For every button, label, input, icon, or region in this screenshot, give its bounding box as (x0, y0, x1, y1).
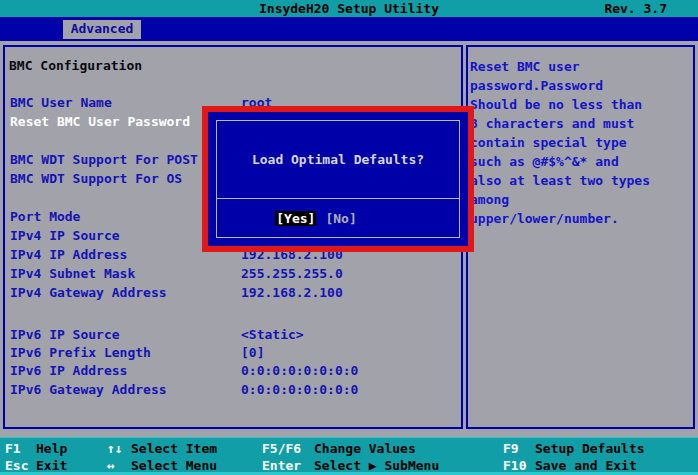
setting-label: IPv6 Prefix Length (10, 345, 151, 360)
setting-value: [0] (241, 345, 264, 360)
select-menu-action: Select Menu (131, 458, 217, 473)
yes-button[interactable]: [Yes] (275, 211, 316, 226)
setting-row-ipv6-gateway-address[interactable]: IPv6 Gateway Address 0:0:0:0:0:0:0:0 (9, 382, 459, 398)
tab-advanced[interactable]: Advanced (63, 20, 141, 39)
setting-label: IPv6 Gateway Address (10, 382, 167, 397)
key-f1: F1 (5, 441, 21, 456)
setting-row-ipv4-subnet-mask[interactable]: IPv4 Subnet Mask 255.255.255.0 (9, 266, 459, 282)
setup-defaults-action: Setup Defaults (535, 441, 645, 456)
dialog-button-row: [Yes] [No] (217, 198, 459, 237)
setting-label: IPv4 Gateway Address (10, 285, 167, 300)
setting-value: 0:0:0:0:0:0:0:0 (241, 363, 358, 378)
setting-row-ipv6-prefix-length[interactable]: IPv6 Prefix Length [0] (9, 345, 459, 361)
highlight-annotation: Load Optimal Defaults? [Yes] [No] (202, 106, 474, 252)
setting-label: IPv4 Subnet Mask (10, 266, 135, 281)
help-panel: Reset BMC user password.Password Should … (466, 45, 695, 429)
key-f9: F9 (503, 441, 519, 456)
leftright-arrows-icon: ↔ (107, 458, 115, 473)
setting-value: <Static> (241, 327, 304, 342)
app-title: InsydeH20 Setup Utility (0, 1, 698, 16)
key-esc: Esc (5, 458, 28, 473)
setting-value: 0:0:0:0:0:0:0:0 (241, 382, 358, 397)
setting-row-ipv6-ip-address[interactable]: IPv6 IP Address 0:0:0:0:0:0:0:0 (9, 363, 459, 379)
menu-bar: Advanced (0, 17, 698, 41)
bios-setup-screen: InsydeH20 Setup Utility Rev. 3.7 Advance… (0, 0, 698, 475)
dialog-message: Load Optimal Defaults? (217, 121, 459, 197)
key-f1-action: Help (36, 441, 67, 456)
title-bar: InsydeH20 Setup Utility Rev. 3.7 (0, 0, 698, 17)
setting-value: 255.255.255.0 (241, 266, 343, 281)
setting-label: BMC User Name (10, 95, 112, 110)
key-esc-action: Exit (36, 458, 67, 473)
setting-label: IPv4 IP Source (10, 228, 120, 243)
setting-value: 192.168.2.100 (241, 285, 343, 300)
change-values-action: Change Values (314, 441, 416, 456)
setting-label: Port Mode (10, 209, 80, 224)
updown-arrows-icon: ↑↓ (107, 441, 123, 456)
save-and-exit-action: Save and Exit (535, 458, 637, 473)
section-title: BMC Configuration (9, 58, 142, 73)
select-submenu-action: Select ▶ SubMenu (314, 458, 439, 473)
setting-label: IPv4 IP Address (10, 247, 127, 262)
setting-label: IPv6 IP Source (10, 327, 120, 342)
setting-label: IPv6 IP Address (10, 363, 127, 378)
setting-row-ipv6-ip-source[interactable]: IPv6 IP Source <Static> (9, 327, 459, 343)
select-item-action: Select Item (131, 441, 217, 456)
key-enter: Enter (262, 458, 301, 473)
key-f5-f6: F5/F6 (262, 441, 301, 456)
revision-label: Rev. 3.7 (604, 1, 667, 16)
setting-label: BMC WDT Support For OS (10, 171, 182, 186)
key-f10: F10 (503, 458, 526, 473)
setting-label: BMC WDT Support For POST (10, 152, 198, 167)
help-text: Reset BMC user password.Password Should … (470, 57, 692, 228)
load-defaults-dialog: Load Optimal Defaults? [Yes] [No] (216, 120, 460, 238)
setting-label: Reset BMC User Password (10, 114, 190, 129)
no-button[interactable]: [No] (325, 211, 356, 226)
status-bar: F1 Help ↑↓ Select Item F5/F6 Change Valu… (0, 437, 698, 475)
setting-row-ipv4-gateway-address[interactable]: IPv4 Gateway Address 192.168.2.100 (9, 285, 459, 301)
